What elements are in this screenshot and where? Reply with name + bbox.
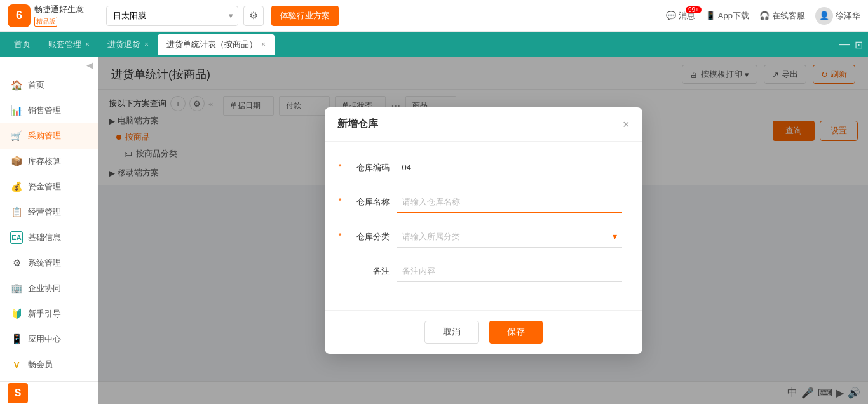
finance-icon: 💰 <box>10 180 23 193</box>
user-item[interactable]: 👤 徐泽华 <box>815 7 860 25</box>
note-input[interactable] <box>397 260 622 282</box>
gear-button[interactable]: ⚙ <box>243 6 264 26</box>
sidebar-sales-label: 销售管理 <box>28 105 61 116</box>
tab-minimize-icon[interactable]: — <box>839 39 850 50</box>
sidebar-finance-label: 资金管理 <box>28 181 61 192</box>
tab-home[interactable]: 首页 <box>5 34 39 55</box>
tab-purchase-return-close[interactable]: × <box>144 40 149 49</box>
tab-purchase-return[interactable]: 进货退货 × <box>98 34 158 55</box>
tab-account[interactable]: 账套管理 × <box>39 34 98 55</box>
note-label: 备注 <box>345 266 390 277</box>
headset-icon: 🎧 <box>759 11 770 20</box>
home-icon: 🏠 <box>10 79 23 91</box>
s-logo: S <box>8 383 28 403</box>
sidebar-item-app-center[interactable]: 📱 应用中心 <box>0 327 98 352</box>
app-center-icon: 📱 <box>10 333 23 346</box>
sidebar-item-sales[interactable]: 📊 销售管理 <box>0 98 98 123</box>
system-icon: ⚙ <box>10 257 23 269</box>
sidebar-item-guide[interactable]: 🔰 新手引导 <box>0 301 98 327</box>
tab-purchase-stat[interactable]: 进货单统计表（按商品） × <box>158 34 275 55</box>
tab-purchase-return-label: 进货退货 <box>107 39 140 50</box>
search-input[interactable] <box>106 6 238 26</box>
modal-overlay: 新增仓库 × 仓库编码 仓库名称 仓库 <box>98 57 868 404</box>
modal-add-warehouse: 新增仓库 × 仓库编码 仓库名称 仓库 <box>325 107 642 354</box>
username-label: 徐泽华 <box>836 10 860 22</box>
sidebar-guide-label: 新手引导 <box>28 308 61 320</box>
modal-body: 仓库编码 仓库名称 仓库分类 请输入所属分类 <box>325 142 642 310</box>
cancel-button[interactable]: 取消 <box>424 321 479 344</box>
name-label: 仓库名称 <box>345 196 390 208</box>
sidebar-item-operations[interactable]: 📋 经营管理 <box>0 199 98 225</box>
sidebar-app-center-label: 应用中心 <box>28 333 61 345</box>
code-input[interactable] <box>397 157 622 178</box>
search-wrap <box>106 6 238 26</box>
logo-area: 6 畅捷通好生意 精品版 <box>8 4 106 27</box>
sidebar-item-inventory[interactable]: 📦 库存核算 <box>0 149 98 174</box>
app-download-item[interactable]: 📱 App下载 <box>705 10 749 22</box>
trial-button[interactable]: 体验行业方案 <box>271 6 339 26</box>
form-row-code: 仓库编码 <box>345 157 622 178</box>
tab-home-label: 首页 <box>14 39 31 50</box>
sidebar-system-label: 系统管理 <box>28 257 61 269</box>
sidebar-item-vip[interactable]: V 畅会员 <box>0 352 98 377</box>
avatar: 👤 <box>815 7 833 25</box>
modal-header: 新增仓库 × <box>325 107 642 142</box>
app-download-label: App下载 <box>718 10 749 22</box>
tab-purchase-stat-close[interactable]: × <box>261 40 266 49</box>
category-select[interactable]: 请输入所属分类 <box>397 226 622 247</box>
sidebar-purchase-label: 采购管理 <box>28 130 61 142</box>
logo-text: 畅捷通好生意 <box>34 4 84 15</box>
message-badge: 99+ <box>686 6 702 13</box>
main-layout: ◀ 🏠 首页 📊 销售管理 🛒 采购管理 📦 库存核算 💰 资金管理 📋 经营管… <box>0 57 868 404</box>
tab-account-label: 账套管理 <box>48 39 81 50</box>
name-input[interactable] <box>397 191 622 213</box>
bottom-left: S <box>8 383 28 403</box>
sidebar-item-home[interactable]: 🏠 首页 <box>0 72 98 98</box>
sidebar-item-purchase[interactable]: 🛒 采购管理 <box>0 123 98 149</box>
sales-icon: 📊 <box>10 104 23 117</box>
sidebar-item-enterprise[interactable]: 🏢 企业协同 <box>0 276 98 301</box>
purchase-icon: 🛒 <box>10 130 23 142</box>
sidebar-item-finance[interactable]: 💰 资金管理 <box>0 174 98 199</box>
modal-footer: 取消 保存 <box>325 310 642 354</box>
guide-icon: 🔰 <box>10 307 23 320</box>
sidebar-item-system[interactable]: ⚙ 系统管理 <box>0 250 98 276</box>
sidebar-home-label: 首页 <box>28 79 44 91</box>
tab-bar-right: — ⊡ <box>839 39 863 51</box>
message-icon: 💬 <box>666 11 676 20</box>
sidebar-vip-label: 畅会员 <box>28 359 53 370</box>
code-label: 仓库编码 <box>345 162 390 173</box>
vip-icon: V <box>10 358 23 371</box>
sidebar-item-basic-info[interactable]: EA 基础信息 <box>0 225 98 250</box>
form-row-note: 备注 <box>345 260 622 282</box>
form-row-category: 仓库分类 请输入所属分类 ▾ <box>345 226 622 248</box>
header-search-area: ⚙ 体验行业方案 <box>106 6 666 26</box>
modal-title: 新增仓库 <box>337 118 378 131</box>
phone-icon: 📱 <box>705 11 715 20</box>
message-item[interactable]: 💬 消息 99+ <box>666 10 695 22</box>
online-service-item[interactable]: 🎧 在线客服 <box>759 10 805 22</box>
inventory-icon: 📦 <box>10 155 23 168</box>
online-service-label: 在线客服 <box>772 10 805 22</box>
sidebar: ◀ 🏠 首页 📊 销售管理 🛒 采购管理 📦 库存核算 💰 资金管理 📋 经营管… <box>0 57 98 404</box>
category-label: 仓库分类 <box>345 231 390 243</box>
tab-maximize-icon[interactable]: ⊡ <box>855 39 863 51</box>
operations-icon: 📋 <box>10 206 23 219</box>
enterprise-icon: 🏢 <box>10 282 23 295</box>
sidebar-basic-info-label: 基础信息 <box>28 232 61 243</box>
logo-icon: 6 <box>8 4 31 27</box>
tab-account-close[interactable]: × <box>85 40 90 49</box>
form-row-name: 仓库名称 <box>345 191 622 213</box>
modal-close-button[interactable]: × <box>623 119 630 130</box>
sidebar-collapse-btn[interactable]: ◀ <box>0 57 98 72</box>
sidebar-operations-label: 经营管理 <box>28 206 61 218</box>
tab-bar: 首页 账套管理 × 进货退货 × 进货单统计表（按商品） × — ⊡ <box>0 32 868 57</box>
save-button[interactable]: 保存 <box>489 321 543 344</box>
top-header: 6 畅捷通好生意 精品版 ⚙ 体验行业方案 💬 消息 99+ 📱 App下载 🎧… <box>0 0 868 32</box>
category-select-wrap: 请输入所属分类 ▾ <box>397 226 622 248</box>
tab-purchase-stat-label: 进货单统计表（按商品） <box>166 39 257 50</box>
logo-badge: 精品版 <box>34 17 57 27</box>
basic-info-icon: EA <box>10 231 23 244</box>
sidebar-enterprise-label: 企业协同 <box>28 283 61 294</box>
header-right: 💬 消息 99+ 📱 App下载 🎧 在线客服 👤 徐泽华 <box>666 7 860 25</box>
